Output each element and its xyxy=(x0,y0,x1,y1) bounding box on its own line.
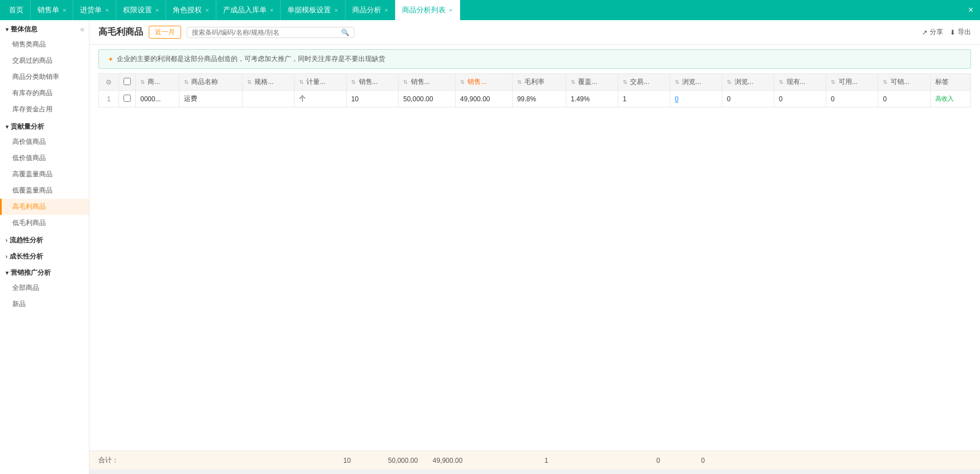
col-coverage[interactable]: ⇅ 覆盖... xyxy=(566,74,618,91)
footer-available-stock: 0 xyxy=(697,457,741,464)
sidebar-item-sales-goods[interactable]: 销售类商品 xyxy=(0,36,89,53)
footer-bar: 合计： 10 50,000.00 49,900.00 1 xyxy=(89,450,980,470)
row-code: 0000... xyxy=(136,91,179,107)
row-checkbox[interactable] xyxy=(124,95,131,102)
nav-tab-permissions[interactable]: 权限设置 × xyxy=(116,0,166,20)
row-sellable-stock: 0 xyxy=(878,91,930,107)
col-code[interactable]: ⇅ 商... xyxy=(136,74,179,91)
row-num: 1 xyxy=(99,91,119,107)
close-template-tab[interactable]: × xyxy=(334,7,338,13)
row-sales-qty: 10 xyxy=(347,91,399,107)
info-banner: ✦ 企业的主要的利润都是这部分商品创造的，可考虑加大推广，同时关注库存是不要出现… xyxy=(98,49,971,69)
settings-icon[interactable]: ⚙ xyxy=(106,78,112,86)
sidebar-item-category-rate[interactable]: 商品分类助销率 xyxy=(0,69,89,85)
main-area: « ▾ 整体信息 销售类商品 交易过的商品 商品分类助销率 有库存的商品 库存资… xyxy=(0,20,980,474)
col-sales-amount[interactable]: ⇅ 销售... xyxy=(399,74,456,91)
sidebar-item-high-coverage[interactable]: 高覆盖量商品 xyxy=(0,166,89,182)
row-gross-margin: 99.8% xyxy=(512,91,566,107)
nav-tab-product-inbound[interactable]: 产成品入库单 × xyxy=(216,0,281,20)
sidebar-item-traded-goods[interactable]: 交易过的商品 xyxy=(0,53,89,69)
expand-arrow-growth: › xyxy=(6,254,7,260)
sidebar-item-stock-capital[interactable]: 库存资金占用 xyxy=(0,101,89,118)
col-current-stock[interactable]: ⇅ 现有... xyxy=(774,74,826,91)
nav-tab-home[interactable]: 首页 xyxy=(2,0,31,20)
footer-sales-profit: 49,900.00 xyxy=(428,457,473,464)
row-sales-amount: 50,000.00 xyxy=(399,91,456,107)
col-unit[interactable]: ⇅ 计量... xyxy=(295,74,347,91)
col-sales-profit[interactable]: ⇅ 销售... xyxy=(456,74,513,91)
sidebar-item-high-value[interactable]: 高价值商品 xyxy=(0,134,89,150)
sidebar-item-stocked-goods[interactable]: 有库存的商品 xyxy=(0,85,89,101)
col-sellable-stock[interactable]: ⇅ 可销... xyxy=(878,74,930,91)
row-name: 运费 xyxy=(179,91,242,107)
sidebar-item-new-goods[interactable]: 新品 xyxy=(0,296,89,312)
sidebar-group-trend[interactable]: › 流趋性分析 xyxy=(0,231,89,247)
nav-tab-roles[interactable]: 角色授权 × xyxy=(166,0,216,20)
nav-tab-purchase[interactable]: 进货单 × xyxy=(73,0,116,20)
sidebar-group-marketing[interactable]: ▾ 营销推广分析 xyxy=(0,264,89,280)
col-tag[interactable]: 标签 xyxy=(930,74,970,91)
nav-tab-product-analysis[interactable]: 商品分析 × xyxy=(345,0,395,20)
filter-period-button[interactable]: 近一月 xyxy=(149,26,181,39)
col-name[interactable]: ⇅ 商品名称 xyxy=(179,74,242,91)
info-icon: ✦ xyxy=(108,55,113,63)
col-available-stock[interactable]: ⇅ 可用... xyxy=(826,74,878,91)
footer-cells: 10 50,000.00 49,900.00 1 0 xyxy=(132,457,971,464)
col-browse2[interactable]: ⇅ 浏览... xyxy=(722,74,774,91)
nav-tab-sales[interactable]: 销售单 × xyxy=(31,0,73,20)
row-transaction: 1 xyxy=(618,91,670,107)
col-gross-margin[interactable]: ⇅ 毛利率 xyxy=(512,74,566,91)
col-browse1[interactable]: ⇅ 浏览... xyxy=(670,74,722,91)
sidebar-group-contribution[interactable]: ▾ 贡献量分析 xyxy=(0,118,89,134)
sidebar-group-growth[interactable]: › 成长性分析 xyxy=(0,247,89,264)
row-browse2: 0 xyxy=(722,91,774,107)
sidebar-group-overall[interactable]: ▾ 整体信息 xyxy=(0,20,89,36)
close-purchase-tab[interactable]: × xyxy=(105,7,108,13)
footer-empty4 xyxy=(618,457,652,464)
row-tag: 高收入 xyxy=(930,91,970,107)
footer-transaction: 1 xyxy=(540,457,585,464)
close-product-analysis-tab[interactable]: × xyxy=(385,7,388,13)
search-input[interactable] xyxy=(192,29,339,36)
col-spec[interactable]: ⇅ 规格... xyxy=(243,74,295,91)
content-area: 高毛利商品 近一月 🔍 ↗ 分享 ⬇ 导出 ✦ 企业的主要的利润都是这部分商品创… xyxy=(89,20,980,474)
sidebar-item-low-coverage[interactable]: 低覆盖量商品 xyxy=(0,182,89,199)
sidebar-item-low-margin[interactable]: 低毛利商品 xyxy=(0,215,89,231)
footer-sales-amount: 50,000.00 xyxy=(384,457,428,464)
export-button[interactable]: ⬇ 导出 xyxy=(950,27,971,37)
col-sales-qty[interactable]: ⇅ 销售... xyxy=(347,74,399,91)
nav-tab-template[interactable]: 单据模板设置 × xyxy=(281,0,345,20)
close-roles-tab[interactable]: × xyxy=(205,7,209,13)
footer-sales-qty: 10 xyxy=(339,457,384,464)
share-icon: ↗ xyxy=(922,29,927,36)
sidebar-collapse-button[interactable]: « xyxy=(80,25,84,34)
row-current-stock: 0 xyxy=(774,91,826,107)
close-product-inbound-tab[interactable]: × xyxy=(270,7,273,13)
footer-empty2 xyxy=(506,457,540,464)
col-transaction[interactable]: ⇅ 交易... xyxy=(618,74,670,91)
expand-arrow-overall: ▾ xyxy=(6,26,8,32)
sidebar-item-high-margin[interactable]: 高毛利商品 xyxy=(0,199,89,215)
search-icon[interactable]: 🔍 xyxy=(341,29,349,36)
table-row: 1 0000... 运费 xyxy=(99,91,971,107)
nav-tab-product-analysis-list[interactable]: 商品分析列表 × xyxy=(395,0,460,20)
close-all-tabs[interactable]: × xyxy=(964,5,978,15)
share-button[interactable]: ↗ 分享 xyxy=(922,27,943,37)
close-product-analysis-list-tab[interactable]: × xyxy=(449,7,452,13)
close-permissions-tab[interactable]: × xyxy=(155,7,159,13)
expand-arrow-contribution: ▾ xyxy=(6,124,8,130)
footer-empty1 xyxy=(473,457,506,464)
header-actions: ↗ 分享 ⬇ 导出 xyxy=(922,27,971,37)
row-coverage: 1.49% xyxy=(566,91,618,107)
row-checkbox-cell xyxy=(119,91,136,107)
row-unit: 个 xyxy=(295,91,347,107)
col-settings[interactable]: ⚙ xyxy=(99,74,119,91)
sidebar-item-all-goods[interactable]: 全部商品 xyxy=(0,280,89,296)
select-all-checkbox[interactable] xyxy=(124,78,131,85)
top-nav: 首页 销售单 × 进货单 × 权限设置 × 角色授权 × 产成品入库单 × 单据… xyxy=(0,0,980,20)
sidebar-item-low-value[interactable]: 低价值商品 xyxy=(0,150,89,166)
bottom-scrollbar[interactable] xyxy=(89,470,980,474)
footer-empty3 xyxy=(585,457,618,464)
row-spec xyxy=(243,91,295,107)
close-sales-tab[interactable]: × xyxy=(63,7,66,13)
